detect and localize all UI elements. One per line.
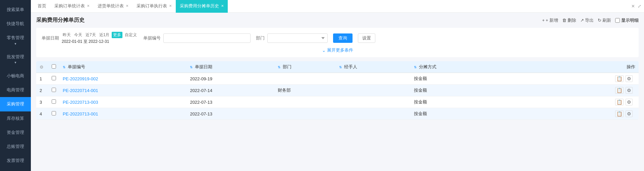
row-checkbox[interactable]	[52, 99, 56, 104]
shortcut-1month[interactable]: 近1月	[98, 32, 111, 38]
table-row: 2 PE-20220714-001 2022-07-14 财务部 按金额 📋 ⚙	[36, 85, 639, 96]
op-more-icon[interactable]: ⚙	[626, 75, 633, 82]
op-edit-icon[interactable]: 📋	[615, 75, 624, 82]
page-header: 采购费用分摊单历史 + + 新增 🗑 删除 ↗ 导出 ↻ 刷新	[36, 17, 639, 24]
row-checkbox[interactable]	[52, 76, 56, 80]
sidebar-item-finance[interactable]: 资金管理	[0, 125, 31, 140]
table-row: 3 PE-20220713-003 2022-07-13 按金额 📋 ⚙	[36, 96, 639, 108]
doc-no-cell[interactable]: PE-20220713-001	[59, 108, 186, 120]
date-shortcuts: 昨天 今天 近7天 近1月 更多 自定义	[62, 32, 138, 38]
setting-button[interactable]: 设置	[358, 33, 375, 43]
tab-purchase-order-stats[interactable]: 采购订单统计表 ✕	[50, 0, 94, 13]
table-row: 4 PE-20220713-001 2022-07-13 按金额 📋 ⚙	[36, 108, 639, 120]
shortcut-more[interactable]: 更多	[112, 32, 122, 38]
shortcut-yesterday[interactable]: 昨天	[62, 32, 72, 38]
col-dept[interactable]: ⇅ 部门	[274, 61, 336, 73]
row-num: 2	[36, 85, 48, 96]
export-icon: ↗	[580, 18, 584, 23]
doc-date-cell: 2022-07-13	[186, 108, 274, 120]
sort-icon: ⇅	[63, 65, 65, 69]
table-container: ⚙ ⇅ 单据编号 ⇅ 单据日期	[36, 61, 639, 120]
tab-home[interactable]: 首页	[34, 0, 50, 13]
sidebar-item-invoice[interactable]: 发票管理	[0, 154, 31, 168]
add-button[interactable]: + + 新增	[542, 17, 558, 23]
row-checkbox-cell	[48, 108, 59, 120]
shortcut-7days[interactable]: 近7天	[85, 32, 97, 38]
handler-cell	[336, 73, 411, 85]
sidebar-item-search[interactable]: 搜索菜单	[0, 3, 31, 17]
op-cell: 📋 ⚙	[612, 85, 639, 96]
op-edit-icon[interactable]: 📋	[615, 99, 624, 105]
sidebar-item-quicknav[interactable]: 快捷导航	[0, 17, 31, 31]
op-edit-icon[interactable]: 📋	[615, 110, 624, 117]
settings-icon[interactable]: ⚙	[40, 65, 44, 70]
sidebar-item-wholesale[interactable]: 批发管理 ▼	[0, 50, 31, 69]
sidebar-item-purchase[interactable]: 采购管理	[0, 97, 31, 111]
dept-field: 部门 财务部	[256, 33, 328, 43]
search-row: 单据日期 昨天 今天 近7天 近1月 更多 自定义 2022-01-01 至 2…	[42, 32, 633, 45]
tab-purchase-exec[interactable]: 采购订单执行表 ✕	[132, 0, 176, 13]
doc-date-cell: 2022-09-19	[186, 73, 274, 85]
op-edit-icon[interactable]: 📋	[615, 87, 624, 94]
doc-no-cell[interactable]: PE-20220713-003	[59, 96, 186, 108]
row-num: 3	[36, 96, 48, 108]
col-handler[interactable]: ⇅ 经手人	[336, 61, 411, 73]
export-button[interactable]: ↗ 导出	[580, 17, 594, 23]
sidebar-item-ecom[interactable]: 电商管理	[0, 83, 31, 97]
date-label: 单据日期	[42, 35, 59, 41]
delete-button[interactable]: 🗑 删除	[562, 17, 576, 23]
tab-actions: ✕ ⤢	[631, 4, 641, 9]
shortcut-custom[interactable]: 自定义	[124, 32, 138, 38]
op-cell: 📋 ⚙	[612, 96, 639, 108]
op-more-icon[interactable]: ⚙	[626, 99, 633, 105]
col-doc-date[interactable]: ⇅ 单据日期	[186, 61, 274, 73]
table-body: 1 PE-20220919-002 2022-09-19 按金额 📋 ⚙ 2 P…	[36, 73, 639, 120]
doc-no-input[interactable]	[163, 33, 251, 43]
sidebar-item-ecom-small[interactable]: 小畅电商	[0, 69, 31, 83]
doc-no-field: 单据编号	[143, 33, 251, 43]
close-icon[interactable]: ✕	[126, 4, 128, 8]
close-icon[interactable]: ✕	[87, 4, 90, 8]
handler-cell	[336, 85, 411, 96]
expand-row: ⌄ 展开更多条件	[42, 47, 633, 53]
sidebar-item-inventory[interactable]: 库存核算	[0, 111, 31, 125]
page-title: 采购费用分摊单历史	[36, 17, 85, 24]
tab-purchase-fee-history[interactable]: 采购费用分摊单历史 ✕	[176, 0, 228, 13]
tab-bar: 首页 采购订单统计表 ✕ 进货单统计表 ✕ 采购订单执行表 ✕ 采购费用分摊单历…	[31, 0, 644, 13]
main-area: 首页 采购订单统计表 ✕ 进货单统计表 ✕ 采购订单执行表 ✕ 采购费用分摊单历…	[31, 0, 644, 171]
dept-cell	[274, 73, 336, 85]
search-button[interactable]: 查询	[333, 33, 353, 43]
shortcut-today[interactable]: 今天	[73, 32, 83, 38]
split-method-cell: 按金额	[411, 85, 612, 96]
row-checkbox[interactable]	[52, 111, 56, 115]
row-checkbox[interactable]	[52, 88, 56, 92]
op-more-icon[interactable]: ⚙	[626, 87, 633, 94]
dept-cell	[274, 96, 336, 108]
col-split-method[interactable]: ⇅ 分摊方式	[411, 61, 612, 73]
sort-icon: ⇅	[190, 65, 193, 69]
close-icon[interactable]: ✕	[169, 4, 172, 8]
doc-no-cell[interactable]: PE-20220919-002	[59, 73, 186, 85]
chevron-down-icon: ▼	[14, 42, 17, 46]
chevron-down-icon: ▼	[14, 61, 17, 65]
close-all-tabs-icon[interactable]: ✕	[631, 4, 635, 9]
tab-inbound-stats[interactable]: 进货单统计表 ✕	[94, 0, 132, 13]
expand-tab-icon[interactable]: ⤢	[638, 4, 641, 9]
dept-label: 部门	[256, 35, 265, 41]
sidebar-item-retail[interactable]: 零售管理 ▼	[0, 31, 31, 50]
handler-cell	[336, 108, 411, 120]
sort-icon: ⇅	[414, 65, 417, 69]
refresh-button[interactable]: ↻ 刷新	[598, 17, 611, 23]
sidebar-item-ledger[interactable]: 总账管理	[0, 140, 31, 154]
expand-more-button[interactable]: ⌄ 展开更多条件	[322, 47, 353, 53]
col-check	[48, 61, 59, 73]
doc-no-cell[interactable]: PE-20220714-001	[59, 85, 186, 96]
handler-cell	[336, 96, 411, 108]
select-all-checkbox[interactable]	[52, 64, 56, 69]
close-icon[interactable]: ✕	[221, 4, 224, 8]
show-cols-checkbox[interactable]	[615, 18, 620, 23]
table-header-row: ⚙ ⇅ 单据编号 ⇅ 单据日期	[36, 61, 639, 73]
op-more-icon[interactable]: ⚙	[626, 110, 633, 117]
col-doc-no[interactable]: ⇅ 单据编号	[59, 61, 186, 73]
dept-select[interactable]: 财务部	[267, 33, 328, 43]
